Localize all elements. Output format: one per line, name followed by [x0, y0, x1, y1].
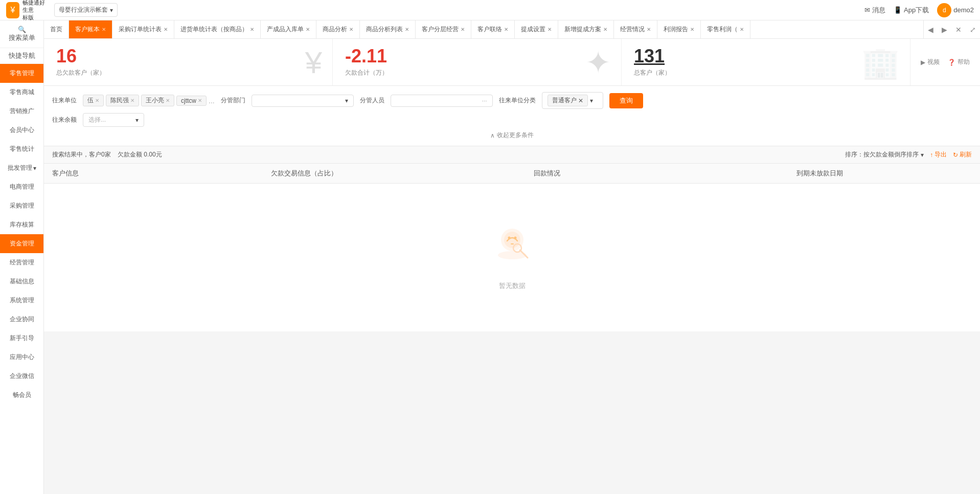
empty-icon: [492, 224, 533, 275]
tab-close-icon[interactable]: ✕: [548, 27, 552, 32]
tab-purchase-order-stats[interactable]: 采购订单统计表 ✕: [112, 20, 174, 38]
user-menu[interactable]: d demo2: [937, 3, 974, 17]
tab-close-icon[interactable]: ✕: [164, 27, 168, 32]
tab-operations[interactable]: 经营情况 ✕: [614, 20, 657, 38]
sidebar-item-basic-info[interactable]: 基础信息: [0, 272, 43, 291]
classify-tag-close[interactable]: ✕: [578, 97, 583, 104]
tab-profit-report[interactable]: 利润报告 ✕: [657, 20, 701, 38]
filter-area: 往来单位 伍 ✕ 陈民强 ✕ 王小亮 ✕: [44, 86, 980, 146]
page-content: ¥ 16 总欠款客户（家） ✦ -2.11 欠款合计（万） 🏢 131 总客户（…: [44, 39, 980, 494]
tab-customer-ledger[interactable]: 客户账本 ✕: [69, 20, 112, 38]
balance-label: 往来余额: [52, 116, 77, 124]
debt-customers-label: 总欠款客户（家）: [56, 69, 105, 77]
sidebar-item-member[interactable]: 会员中心: [0, 121, 43, 140]
refresh-button[interactable]: ↻ 刷新: [953, 150, 972, 159]
sort-label: 排序：按欠款金额倒序排序: [845, 150, 919, 159]
svg-point-4: [514, 237, 516, 239]
stat-debt-total: ✦ -2.11 欠款合计（万）: [333, 39, 622, 85]
sidebar-quick-nav[interactable]: 快捷导航: [0, 48, 43, 64]
tab-product-analysis-list[interactable]: 商品分析列表 ✕: [360, 20, 416, 38]
sidebar-item-wholesale[interactable]: 批发管理 ▾: [0, 159, 43, 177]
table-header: 客户信息 欠款交易信息（占比） 回款情况 到期未放款日期: [44, 164, 980, 184]
tab-close-icon[interactable]: ✕: [504, 27, 508, 32]
tag-close-3[interactable]: ✕: [198, 98, 202, 103]
sidebar-item-changhui[interactable]: 畅会员: [0, 386, 43, 405]
sidebar-item-enterprise-wechat[interactable]: 企业微信: [0, 367, 43, 386]
logo-area: ¥ 畅捷通好生意 标版: [6, 0, 50, 21]
sidebar-item-ecommerce[interactable]: 电商管理: [0, 177, 43, 196]
sidebar-item-retail[interactable]: 零售管理: [0, 64, 43, 83]
sidebar-item-app-center[interactable]: 应用中心: [0, 348, 43, 367]
tab-close-icon[interactable]: ✕: [102, 27, 106, 32]
result-info: 搜索结果中，客户0家 欠款金额 0.00元: [52, 150, 162, 159]
tab-expand-btn[interactable]: ⤢: [966, 20, 980, 38]
chevron-down-icon: ▾: [345, 97, 348, 104]
account-selector[interactable]: 母婴行业演示帐套 ▾: [54, 3, 118, 17]
balance-select[interactable]: 选择... ▾: [83, 113, 144, 127]
tag-close-2[interactable]: ✕: [166, 98, 170, 103]
help-btn[interactable]: ❓ 帮助: [948, 58, 970, 66]
person-select[interactable]: ···: [391, 95, 493, 107]
app-download-btn[interactable]: 📱 App下载: [894, 6, 929, 15]
chevron-down-icon: ▾: [110, 7, 113, 14]
tab-incoming-stats[interactable]: 进货单统计表（按商品） ✕: [174, 20, 261, 38]
sidebar-search[interactable]: 🔍 搜索菜单: [0, 20, 43, 48]
building-bg-icon: 🏢: [861, 44, 900, 80]
main-layout: 🔍 搜索菜单 快捷导航 零售管理 零售商城 营销推广 会员中心 零售统计 批发管…: [0, 20, 980, 494]
tag-close-1[interactable]: ✕: [130, 98, 134, 103]
tab-close-icon[interactable]: ✕: [306, 27, 310, 32]
tab-close-all-btn[interactable]: ✕: [951, 20, 966, 38]
tab-close-icon[interactable]: ✕: [349, 27, 353, 32]
table-container: 客户信息 欠款交易信息（占比） 回款情况 到期未放款日期: [44, 164, 980, 331]
export-icon: ↑: [930, 151, 933, 159]
tab-product-analysis[interactable]: 商品分析 ✕: [316, 20, 360, 38]
filter-more-tags[interactable]: ...: [209, 97, 215, 105]
export-button[interactable]: ↑ 导出: [930, 150, 947, 159]
query-button[interactable]: 查询: [609, 93, 643, 108]
chevron-down-icon: ▾: [135, 117, 139, 124]
result-actions: 排序：按欠款金额倒序排序 ▾ ↑ 导出 ↻ 刷新: [845, 150, 972, 159]
tab-close-icon[interactable]: ✕: [405, 27, 409, 32]
tab-prev-btn[interactable]: ◀: [924, 20, 938, 38]
tab-close-icon[interactable]: ✕: [603, 27, 607, 32]
tab-new-commission[interactable]: 新增提成方案 ✕: [558, 20, 614, 38]
more-dots-icon: ···: [482, 97, 487, 104]
tab-commission-setting[interactable]: 提成设置 ✕: [515, 20, 558, 38]
filter-row-2: 往来余额 选择... ▾: [52, 113, 972, 127]
result-bar: 搜索结果中，客户0家 欠款金额 0.00元 排序：按欠款金额倒序排序 ▾ ↑ 导…: [44, 146, 980, 164]
video-btn[interactable]: ▶ 视频: [921, 58, 940, 66]
sidebar-item-retail-stats[interactable]: 零售统计: [0, 140, 43, 159]
unit-class-select[interactable]: 普通客户 ✕ ▾: [542, 92, 603, 109]
sidebar-item-enterprise-collab[interactable]: 企业协同: [0, 310, 43, 329]
tag-close-0[interactable]: ✕: [95, 98, 99, 103]
person-label: 分管人员: [360, 96, 384, 105]
messages-btn[interactable]: ✉ 消息: [864, 6, 885, 15]
tab-home[interactable]: 首页: [44, 20, 69, 38]
sidebar-item-finance[interactable]: 资金管理: [0, 234, 43, 253]
sidebar-item-operations[interactable]: 经营管理: [0, 253, 43, 272]
tab-close-icon[interactable]: ✕: [250, 27, 254, 32]
collapse-button[interactable]: ∧ 收起更多条件: [490, 131, 534, 140]
filter-row-collapse: ∧ 收起更多条件: [52, 131, 972, 140]
sort-select[interactable]: 排序：按欠款金额倒序排序 ▾: [845, 150, 924, 159]
tab-retail-profit[interactable]: 零售利润（ ✕: [701, 20, 750, 38]
sidebar-item-purchase[interactable]: 采购管理: [0, 196, 43, 215]
debt-customers-number: 16: [56, 47, 77, 65]
tab-close-icon[interactable]: ✕: [740, 27, 744, 32]
tab-customer-contact[interactable]: 客户联络 ✕: [471, 20, 515, 38]
sidebar-item-system[interactable]: 系统管理: [0, 291, 43, 310]
tab-close-icon[interactable]: ✕: [461, 27, 465, 32]
tab-close-icon[interactable]: ✕: [690, 27, 694, 32]
sidebar-item-retail-mall[interactable]: 零售商城: [0, 83, 43, 102]
tab-close-icon[interactable]: ✕: [647, 27, 651, 32]
sidebar-item-inventory[interactable]: 库存核算: [0, 215, 43, 234]
tab-product-in[interactable]: 产成品入库单 ✕: [261, 20, 316, 38]
sidebar-item-beginner[interactable]: 新手引导: [0, 329, 43, 348]
sidebar-item-marketing[interactable]: 营销推广: [0, 102, 43, 121]
tab-customer-layer[interactable]: 客户分层经营 ✕: [416, 20, 471, 38]
message-icon: ✉: [864, 6, 870, 14]
svg-point-2: [504, 232, 520, 248]
dept-select[interactable]: ▾: [252, 95, 354, 107]
total-customers-number: 131: [634, 47, 665, 65]
tab-next-btn[interactable]: ▶: [938, 20, 951, 38]
